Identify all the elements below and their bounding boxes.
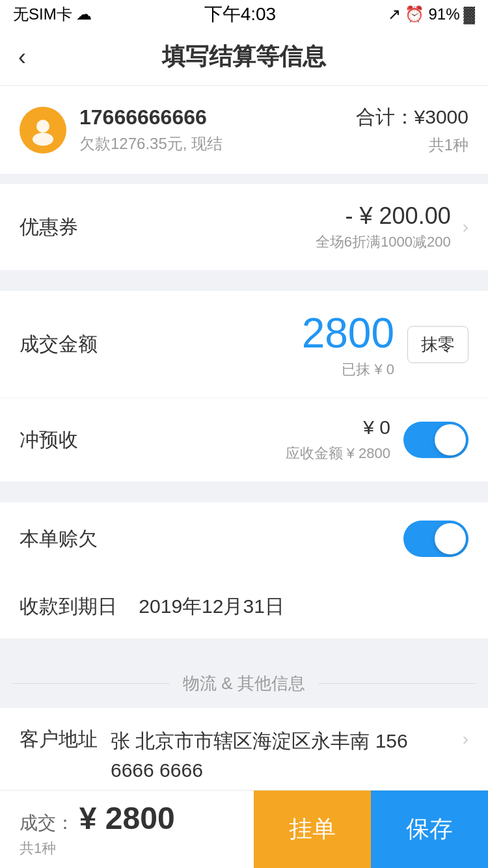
coupon-row[interactable]: 优惠券 - ¥ 200.00 全场6折满1000减200 › bbox=[0, 184, 488, 270]
user-left: 17666666666 欠款1276.35元, 现结 bbox=[20, 105, 223, 154]
deal-amount-col: 2800 已抹 ¥ 0 bbox=[302, 309, 394, 379]
address-chevron-icon: › bbox=[463, 729, 468, 750]
save-button[interactable]: 保存 bbox=[371, 791, 488, 869]
address-value: 张 北京市市辖区海淀区永丰南 156 6666 6666 bbox=[111, 726, 450, 785]
divider-2 bbox=[0, 492, 488, 502]
deal-amount-sub: 已抹 ¥ 0 bbox=[302, 360, 394, 379]
address-label: 客户地址 bbox=[20, 726, 98, 753]
benda-toggle[interactable] bbox=[403, 521, 468, 557]
footer-deal-label: 成交： bbox=[20, 813, 74, 833]
benda-section: 本单赊欠 收款到期日 2019年12月31日 bbox=[0, 502, 488, 638]
back-button[interactable]: ‹ bbox=[18, 44, 26, 71]
sep-line-right bbox=[318, 683, 475, 684]
user-debt: 欠款1276.35元, 现结 bbox=[79, 133, 223, 154]
deal-amount-label: 成交金额 bbox=[20, 331, 98, 358]
user-phone: 17666666666 bbox=[79, 105, 223, 129]
avatar bbox=[20, 107, 66, 154]
duedate-label: 收款到期日 bbox=[20, 595, 117, 617]
deal-amount-row: 成交金额 2800 已抹 ¥ 0 抹零 bbox=[0, 291, 488, 398]
benda-toggle-knob bbox=[435, 523, 466, 554]
benda-label: 本单赊欠 bbox=[20, 526, 98, 552]
alarm-icon: ⏰ bbox=[405, 5, 424, 23]
coupon-chevron-icon: › bbox=[463, 217, 468, 237]
chong-yushou-label: 冲预收 bbox=[20, 427, 78, 454]
round-off-button[interactable]: 抹零 bbox=[407, 326, 468, 363]
nav-bar: ‹ 填写结算等信息 bbox=[0, 29, 488, 86]
logistics-label: 物流 & 其他信息 bbox=[183, 672, 305, 695]
footer-count: 共1种 bbox=[20, 839, 234, 858]
deal-amount-value: 2800 bbox=[302, 309, 394, 357]
deal-section: 成交金额 2800 已抹 ¥ 0 抹零 冲预收 ¥ 0 应收金额 ¥ 2800 bbox=[0, 291, 488, 481]
svg-point-0 bbox=[36, 120, 49, 133]
sep-line-left bbox=[13, 683, 170, 684]
status-right: ↗ ⏰ 91% ▓ bbox=[388, 5, 475, 23]
deal-amount-right: 2800 已抹 ¥ 0 抹零 bbox=[302, 309, 468, 379]
duedate-value: 2019年12月31日 bbox=[139, 595, 284, 617]
status-left: 无SIM卡 ☁ bbox=[13, 4, 92, 25]
sim-text: 无SIM卡 ☁ bbox=[13, 4, 92, 25]
chong-yushou-row: 冲预收 ¥ 0 应收金额 ¥ 2800 bbox=[0, 398, 488, 481]
status-time: 下午4:03 bbox=[204, 2, 277, 27]
chong-sub: 应收金额 ¥ 2800 bbox=[286, 444, 390, 463]
footer-deal-amount: ¥ 2800 bbox=[79, 801, 175, 835]
chong-right: ¥ 0 应收金额 ¥ 2800 bbox=[286, 416, 468, 463]
main-content: 17666666666 欠款1276.35元, 现结 合计：¥3000 共1种 … bbox=[0, 86, 488, 868]
address-row[interactable]: 客户地址 张 北京市市辖区海淀区永丰南 156 6666 6666 › bbox=[0, 708, 488, 803]
total-amount: 合计：¥3000 bbox=[356, 104, 468, 131]
chong-amount: ¥ 0 bbox=[363, 416, 390, 439]
battery-icon: ▓ bbox=[463, 5, 475, 23]
logistics-separator: 物流 & 其他信息 bbox=[0, 659, 488, 708]
footer: 成交： ¥ 2800 共1种 挂单 保存 bbox=[0, 790, 488, 868]
footer-info: 成交： ¥ 2800 共1种 bbox=[0, 800, 254, 858]
user-info: 17666666666 欠款1276.35元, 现结 bbox=[79, 105, 223, 154]
toggle-knob bbox=[435, 424, 466, 455]
user-total: 合计：¥3000 共1种 bbox=[356, 104, 468, 156]
divider-1 bbox=[0, 280, 488, 291]
coupon-amount: - ¥ 200.00 bbox=[316, 202, 451, 230]
divider-3 bbox=[0, 649, 488, 659]
battery-text: 91% bbox=[428, 5, 459, 23]
coupon-desc: 全场6折满1000减200 bbox=[316, 232, 451, 252]
chong-values: ¥ 0 应收金额 ¥ 2800 bbox=[286, 416, 390, 463]
benda-row: 本单赊欠 bbox=[0, 502, 488, 575]
chong-yushou-toggle[interactable] bbox=[403, 422, 468, 458]
coupon-right: - ¥ 200.00 全场6折满1000减200 › bbox=[316, 202, 468, 252]
duedate-row: 收款到期日 2019年12月31日 bbox=[0, 575, 488, 638]
coupon-label: 优惠券 bbox=[20, 214, 78, 241]
svg-point-1 bbox=[33, 133, 53, 146]
user-card: 17666666666 欠款1276.35元, 现结 合计：¥3000 共1种 bbox=[0, 86, 488, 174]
duedate-text: 收款到期日 2019年12月31日 bbox=[20, 595, 284, 617]
total-count: 共1种 bbox=[356, 135, 468, 156]
coupon-info: - ¥ 200.00 全场6折满1000减200 bbox=[316, 202, 451, 252]
location-icon: ↗ bbox=[388, 5, 401, 23]
hang-button[interactable]: 挂单 bbox=[254, 791, 371, 869]
status-bar: 无SIM卡 ☁ 下午4:03 ↗ ⏰ 91% ▓ bbox=[0, 0, 488, 29]
footer-deal-line: 成交： ¥ 2800 bbox=[20, 800, 234, 836]
page-title: 填写结算等信息 bbox=[162, 41, 326, 73]
